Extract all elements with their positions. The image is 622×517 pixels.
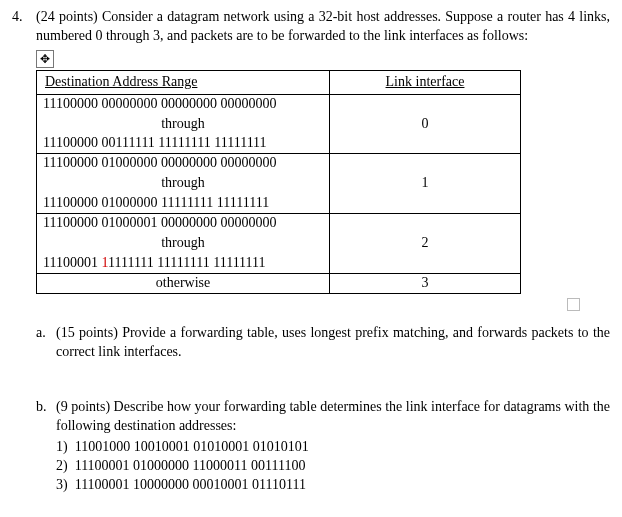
dest-address-2: 2) 11100001 01000000 11000011 00111100 [56,457,610,476]
dest-address-3: 3) 11100001 10000000 00010001 01110111 [56,476,610,495]
through-label: through [43,173,323,194]
link-value: 1 [330,154,521,214]
table-row: 11100000 00000000 00000000 00000000 thro… [37,94,521,154]
addr-start: 11100000 00000000 00000000 00000000 [43,95,323,114]
link-value: 3 [330,273,521,293]
subpart-text-b: (9 points) Describe how your forwarding … [56,398,610,494]
resize-handle-icon[interactable] [567,298,580,311]
link-value: 2 [330,214,521,274]
through-label: through [43,114,323,135]
dest-address-1: 1) 11001000 10010001 01010001 01010101 [56,438,610,457]
through-label: through [43,233,323,254]
link-value: 0 [330,94,521,154]
table-header-address: Destination Address Range [37,70,330,94]
addr-start: 11100000 01000001 00000000 00000000 [43,214,323,233]
table-row: 11100000 01000001 00000000 00000000 thro… [37,214,521,274]
problem-number: 4. [12,8,36,27]
subpart-label-b: b. [36,398,56,417]
problem-statement: (24 points) Consider a datagram network … [36,8,610,46]
addr-end: 11100000 00111111 11111111 11111111 [43,134,323,153]
addr-end: 11100000 01000000 11111111 11111111 [43,194,323,213]
table-row: 11100000 01000000 00000000 00000000 thro… [37,154,521,214]
table-row: otherwise 3 [37,273,521,293]
addr-start: 11100000 01000000 00000000 00000000 [43,154,323,173]
routing-table: Destination Address Range Link interface… [36,70,521,294]
table-header-link: Link interface [330,70,521,94]
move-handle-icon[interactable]: ✥ [36,50,54,68]
addr-end: 11100001 11111111 11111111 11111111 [43,254,323,273]
subpart-label-a: a. [36,324,56,343]
otherwise-label: otherwise [43,274,323,293]
subpart-text-a: (15 points) Provide a forwarding table, … [56,324,610,362]
